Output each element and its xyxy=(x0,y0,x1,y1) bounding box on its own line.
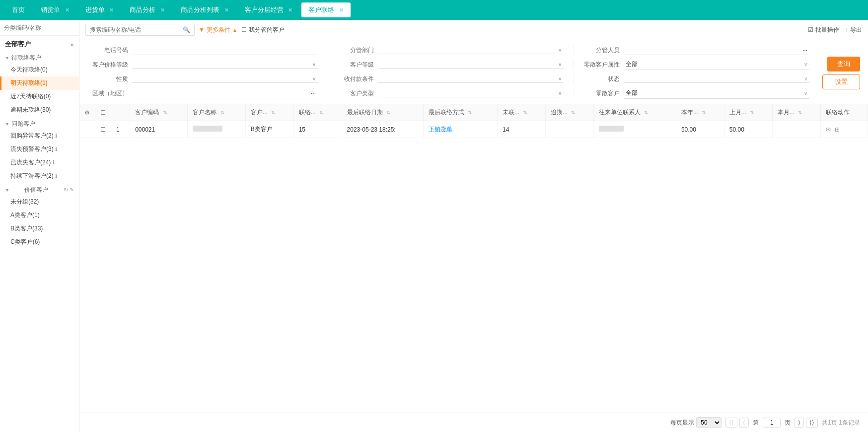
more-filters-button[interactable]: ▼ 更多条件 ▲ xyxy=(199,26,237,34)
sidebar: 🔍 全部客户 « 待联络客户 今天待联络(0) 明天待联络(1) 近7天待联络(… xyxy=(0,20,79,432)
row-overdue xyxy=(546,121,594,138)
action-phone-icon[interactable]: ⊞ xyxy=(835,126,840,133)
table-row: ☐ 1 000021 B类客户 15 2023-05-23 18:25: 下销货… xyxy=(79,121,868,138)
nav-product-analysis[interactable]: 商品分析 ✕ xyxy=(123,2,172,17)
col-action: 联络动作 xyxy=(820,104,868,121)
filter-cell-price-level: 客户价格等级 ∨ xyxy=(87,61,323,69)
last-page-button[interactable]: ⟩⟩ xyxy=(806,418,818,428)
nav-home[interactable]: 首页 xyxy=(5,2,32,17)
sidebar-item-today[interactable]: 今天待联络(0) xyxy=(0,63,79,76)
status-select[interactable]: ∨ xyxy=(624,75,809,83)
sidebar-item-typeC[interactable]: C类客户(6) xyxy=(0,235,79,249)
page-input[interactable] xyxy=(763,418,781,428)
filter-search-button[interactable]: 🔍 xyxy=(183,26,190,33)
nav-close-customer-contact[interactable]: ✕ xyxy=(339,7,344,13)
export-icon: ↑ xyxy=(845,26,848,33)
col-checkbox[interactable]: ☐ xyxy=(95,104,111,121)
customer-table: ⚙ ☐ 客户编码 ⇅ 客户名称 ⇅ 客户... ⇅ 联络... ⇅ 最后联络日期… xyxy=(79,104,868,138)
col-this-year[interactable]: 本年... ⇅ xyxy=(676,104,724,121)
sidebar-item-typeB[interactable]: B类客户(33) xyxy=(0,222,79,235)
col-last-date[interactable]: 最后联络日期 ⇅ xyxy=(342,104,423,121)
query-button[interactable]: 查询 xyxy=(827,57,860,72)
sidebar-item-7days[interactable]: 近7天待联络(0) xyxy=(0,90,79,103)
nav-product-analysis-list[interactable]: 商品分析列表 ✕ xyxy=(174,2,236,17)
table-header: ⚙ ☐ 客户编码 ⇅ 客户名称 ⇅ 客户... ⇅ 联络... ⇅ 最后联络日期… xyxy=(79,104,868,121)
price-level-select[interactable]: ∨ xyxy=(132,61,318,69)
nav-purchase[interactable]: 进货单 ✕ xyxy=(78,2,121,17)
retail-attr-select[interactable]: 全部 ∨ xyxy=(624,59,809,70)
row-this-year: 50.00 xyxy=(676,121,724,138)
col-unlinked[interactable]: 未联... ⇅ xyxy=(498,104,546,121)
last-method-link[interactable]: 下销货单 xyxy=(429,126,452,133)
col-this-month[interactable]: 本月... ⇅ xyxy=(772,104,820,121)
nature-select[interactable]: ∨ xyxy=(132,75,318,83)
table-footer: 每页显示 50 100 200 ⟨⟨ ⟨ 第 页 ⟩ ⟩⟩ 共1页 1条记录 xyxy=(79,413,868,432)
sidebar-item-repurchase-abnormal[interactable]: 回购异常客户(2) ℹ xyxy=(0,129,79,143)
person-select[interactable]: ··· xyxy=(624,46,809,55)
col-code[interactable]: 客户编码 ⇅ xyxy=(130,104,188,121)
filter-search-input[interactable] xyxy=(90,26,183,33)
customer-level-select[interactable]: ∨ xyxy=(378,61,564,69)
sidebar-item-declining[interactable]: 持续下滑客户(2) ℹ xyxy=(0,169,79,183)
nav-sales[interactable]: 销货单 ✕ xyxy=(34,2,76,17)
row-last-method[interactable]: 下销货单 xyxy=(423,121,497,138)
payment-arrow-icon: ∨ xyxy=(558,76,562,81)
sidebar-item-tomorrow[interactable]: 明天待联络(1) xyxy=(0,76,79,90)
phone-input[interactable] xyxy=(132,46,318,55)
customer-level-arrow-icon: ∨ xyxy=(558,62,562,67)
name-sort-icon: ⇅ xyxy=(220,110,224,115)
filter-cell-retail-customer: 零散客户 全部 ∨ xyxy=(579,88,814,99)
sidebar-collapse-icon[interactable]: « xyxy=(71,41,74,48)
nav-close-product-analysis[interactable]: ✕ xyxy=(160,7,165,13)
dept-select[interactable]: ∨ xyxy=(378,46,564,54)
batch-ops-button[interactable]: ☑ 批量操作 xyxy=(808,26,839,34)
customer-type-select[interactable]: ∨ xyxy=(378,89,564,97)
row-gear xyxy=(79,121,95,138)
sidebar-item-lost[interactable]: 已流失客户(24) ℹ xyxy=(0,156,79,169)
nav-close-product-analysis-list[interactable]: ✕ xyxy=(224,7,229,13)
export-button[interactable]: ↑ 导出 xyxy=(845,26,862,34)
retail-customer-select[interactable]: 全部 ∨ xyxy=(624,88,809,99)
last-method-sort-icon: ⇅ xyxy=(468,110,472,115)
filter-cell-person: 分管人员 ··· xyxy=(579,46,814,55)
my-customers-checkbox[interactable]: ☐ 我分管的客户 xyxy=(241,26,285,34)
col-gear[interactable]: ⚙ xyxy=(79,104,95,121)
page-size-container: 每页显示 50 100 200 xyxy=(670,417,722,428)
sidebar-group-pending[interactable]: 待联络客户 xyxy=(0,51,79,63)
sidebar-item-ungroup[interactable]: 未分组(32) xyxy=(0,195,79,209)
first-page-button[interactable]: ⟨⟨ xyxy=(725,418,737,428)
nav-customer-segmentation[interactable]: 客户分层经营 ✕ xyxy=(238,2,300,17)
last-month-sort-icon: ⇅ xyxy=(750,110,754,115)
filter-cell-region: 区域（地区） ··· xyxy=(87,89,323,98)
col-unit-contact[interactable]: 往来单位联系人 ⇅ xyxy=(594,104,676,121)
col-last-method[interactable]: 最后联络方式 ⇅ xyxy=(423,104,497,121)
sidebar-item-typeA[interactable]: A类客户(1) xyxy=(0,209,79,222)
payment-select[interactable]: ∨ xyxy=(378,75,564,83)
sidebar-item-churn-warning[interactable]: 流失预警客户(3) ℹ xyxy=(0,143,79,156)
region-select[interactable]: ··· xyxy=(132,89,318,98)
row-checkbox[interactable]: ☐ xyxy=(95,121,111,138)
next-page-button[interactable]: ⟩ xyxy=(795,418,804,428)
this-month-sort-icon: ⇅ xyxy=(798,110,802,115)
col-contact[interactable]: 联络... ⇅ xyxy=(293,104,342,121)
nav-close-customer-segmentation[interactable]: ✕ xyxy=(288,7,292,13)
sidebar-item-overdue[interactable]: 逾期未联络(30) xyxy=(0,103,79,117)
row-contact: 15 xyxy=(293,121,342,138)
col-overdue[interactable]: 逾期... ⇅ xyxy=(546,104,594,121)
action-message-icon[interactable]: ✉ xyxy=(826,126,831,133)
sidebar-search-input[interactable] xyxy=(4,24,78,31)
page-size-select[interactable]: 50 100 200 xyxy=(696,417,722,428)
nav-close-sales[interactable]: ✕ xyxy=(65,7,70,13)
sidebar-all-customers[interactable]: 全部客户 « xyxy=(0,36,79,51)
nav-customer-contact[interactable]: 客户联络 ✕ xyxy=(301,2,351,17)
filter-cell-dept: 分管部门 ∨ xyxy=(333,46,569,55)
prev-page-button[interactable]: ⟨ xyxy=(739,418,749,428)
col-last-month[interactable]: 上月... ⇅ xyxy=(724,104,772,121)
sidebar-group-problem[interactable]: 问题客户 xyxy=(0,117,79,129)
nav-close-purchase[interactable]: ✕ xyxy=(109,7,114,13)
col-name[interactable]: 客户名称 ⇅ xyxy=(188,104,245,121)
sidebar-group-value[interactable]: 价值客户 ↻ ✎ xyxy=(0,183,79,195)
filter-cell-nature: 性质 ∨ xyxy=(87,75,323,83)
col-type[interactable]: 客户... ⇅ xyxy=(245,104,293,121)
setting-button[interactable]: 设置 xyxy=(822,74,860,89)
